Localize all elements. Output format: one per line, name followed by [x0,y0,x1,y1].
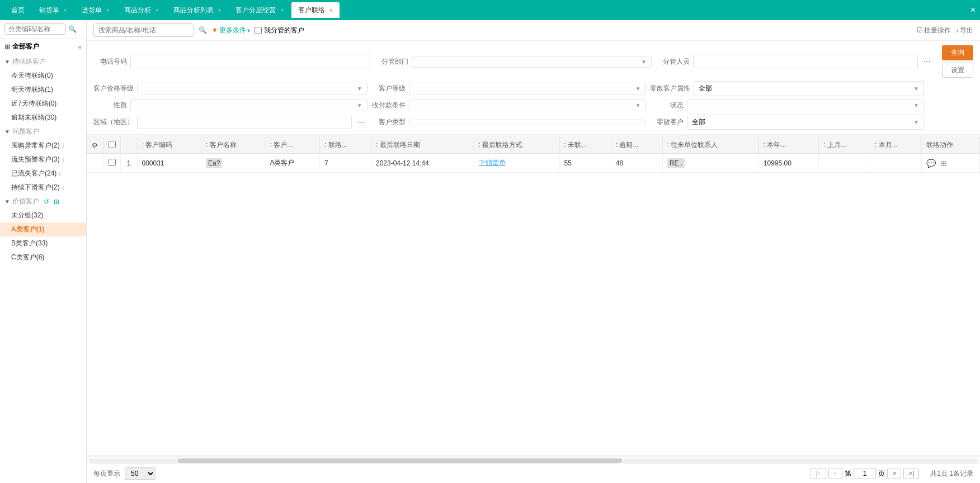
sidebar-item-hoard[interactable]: 囤购异常客户(2) ℹ [0,139,86,153]
sidebar-item-today[interactable]: 今天待联络(0) [0,69,86,83]
price-level-select[interactable]: ▼ [137,83,368,94]
manager-input[interactable] [693,55,918,68]
declining-info-icon: ℹ [62,184,64,191]
page-size-select[interactable]: 50 20 100 [125,467,156,480]
payment-select[interactable]: ▼ [409,100,646,111]
sidebar-all-customers[interactable]: ⊞ 全部客户 « [0,39,86,55]
sidebar-item-class-a[interactable]: A类客户(1) [0,222,86,236]
query-button[interactable]: 查询 [942,45,973,60]
sidebar-item-ungrouped[interactable]: 未分组(32) [0,209,86,222]
my-customers-filter[interactable]: 我分管的客户 [255,26,304,35]
search-button[interactable]: 🔍 [199,26,207,34]
horizontal-scrollbar[interactable] [87,457,980,463]
first-page-button[interactable]: |< [811,468,826,479]
export-button[interactable]: ↓ 导出 [955,26,973,35]
value-settings-icon[interactable]: ⊞ [54,198,59,206]
search-input[interactable] [93,23,194,37]
col-level[interactable]: : 客户... [265,137,319,154]
region-more-icon[interactable]: ··· [355,117,367,127]
sidebar-section-problem[interactable]: ▼ 问题客户 [0,125,86,139]
tab-customer-segment[interactable]: 客户分层经营 × [229,2,290,18]
next-page-button[interactable]: > [887,468,901,479]
scatter-customer-select[interactable]: 全部 ▼ [687,115,924,130]
row-current-year-value: 10995.00 [764,159,791,167]
sidebar-item-class-c[interactable]: C类客户(6) [0,250,86,264]
value-refresh-icon[interactable]: ↺ [44,198,49,206]
col-current-year[interactable]: : 本年... [758,137,818,154]
sidebar-section-pending[interactable]: ▼ 待联络客户 [0,55,86,69]
sidebar-item-class-b[interactable]: B类客户(33) [0,236,86,250]
tab-customer-segment-close[interactable]: × [280,7,284,13]
sidebar-item-7days[interactable]: 近7天待联络(0) [0,97,86,111]
pending-arrow-icon: ▼ [4,59,10,65]
row-name-value: Ea? [206,158,222,168]
tab-home[interactable]: 首页 [4,2,31,18]
sidebar-collapse-button[interactable]: « [78,43,82,51]
col-not-contacted[interactable]: : 未联... [559,137,611,154]
close-all-button[interactable]: × [970,5,976,15]
sidebar-item-churn-warning[interactable]: 流失预警客户(3) ℹ [0,153,86,167]
page-number-input[interactable] [854,468,876,479]
tab-customer-contact[interactable]: 客户联络 × [291,2,340,18]
my-customers-checkbox[interactable] [255,27,262,34]
sidebar-item-declining[interactable]: 持续下滑客户(2) ℹ [0,181,86,195]
col-last-month[interactable]: : 上月... [818,137,870,154]
sidebar-search-input[interactable] [4,23,66,35]
advanced-filter-panel: 电话号码 分管部门 ▼ 分管人员 ··· 查询 设置 [87,41,980,135]
department-select[interactable]: ▼ [412,56,652,68]
col-last-method[interactable]: : 最后联络方式 [474,137,559,154]
sidebar-item-tomorrow[interactable]: 明天待联络(1) [0,83,86,97]
tab-product-analysis[interactable]: 商品分析 × [117,2,166,18]
tab-product-analysis-close[interactable]: × [156,7,159,13]
tab-product-analysis-list[interactable]: 商品分析列表 × [167,2,228,18]
tab-purchase-order[interactable]: 进货单 × [75,2,116,18]
sidebar-section-value[interactable]: ▼ 价值客户 ↺ ⊞ [0,195,86,209]
col-code[interactable]: : 客户编码 [137,137,201,154]
region-input[interactable] [137,116,352,129]
nature-select[interactable]: ▼ [130,100,368,111]
row-last-method[interactable]: 下销货单 [474,154,559,173]
select-all-checkbox[interactable] [109,141,116,148]
more-action-icon[interactable]: ⊞ [940,159,947,168]
row-select-checkbox[interactable] [109,159,116,166]
pagination-bar: 每页显示 50 20 100 |< < 第 页 > >| 共1页 1条记录 [87,463,980,483]
col-overdue[interactable]: : 逾期... [611,137,662,154]
status-select[interactable]: ▼ [687,100,924,111]
batch-operation-button[interactable]: ☑ 批量操作 [917,26,951,35]
col-name[interactable]: : 客户名称 [201,137,265,154]
col-contact-count[interactable]: : 联络... [319,137,371,154]
tab-sales-close[interactable]: × [64,7,67,13]
manager-more-icon[interactable]: ··· [921,56,933,67]
tab-product-analysis-list-close[interactable]: × [218,7,222,13]
price-level-label: 客户价格等级 [93,84,134,93]
grid-icon: ⊞ [4,43,10,51]
row-last-method-link[interactable]: 下销货单 [479,159,506,167]
problem-arrow-icon: ▼ [4,129,10,135]
col-current-month[interactable]: : 本月... [870,137,922,154]
sidebar-item-overdue[interactable]: 逾期未联络(30) [0,111,86,125]
more-filters-button[interactable]: ▼ 更多条件 ▾ [211,26,250,35]
customer-type-label: 客户类型 [372,117,406,127]
col-checkbox[interactable] [103,137,120,154]
main-layout: 🔍 ⊞ 全部客户 « ▼ 待联络客户 今天待联络(0) 明天待联络(1) 近7天… [0,20,980,483]
last-page-button[interactable]: >| [903,468,919,479]
row-checkbox[interactable] [103,154,120,173]
scroll-thumb[interactable] [178,458,623,463]
phone-input[interactable] [130,55,370,68]
col-contact-person[interactable]: : 往来单位联系人 [662,137,758,154]
tab-customer-contact-close[interactable]: × [329,7,333,13]
tab-purchase-close[interactable]: × [106,7,110,13]
col-gear[interactable]: ⚙ [87,137,103,154]
customer-level-select[interactable]: ▼ [409,83,646,94]
scatter-attr-select[interactable]: 全部 ▼ [694,81,924,96]
tab-sales-order[interactable]: 销货单 × [32,2,74,18]
customer-type-select[interactable] [409,120,646,125]
col-last-date[interactable]: : 最后联络日期 [371,137,474,154]
sidebar-search-icon[interactable]: 🔍 [68,25,77,33]
prev-page-button[interactable]: < [828,468,842,479]
message-action-icon[interactable]: 💬 [926,159,936,168]
sidebar-item-churned[interactable]: 已流失客户(24) ℹ [0,167,86,181]
settings-button[interactable]: 设置 [942,63,973,78]
row-contact-count-value: 7 [324,159,328,167]
sidebar-search-area: 🔍 [0,20,86,39]
